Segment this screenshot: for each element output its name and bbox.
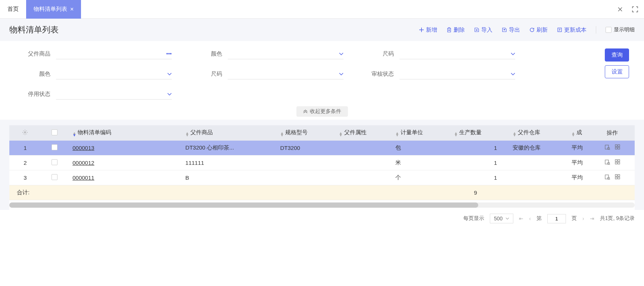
collapse-filters-button[interactable]: 收起更多条件 — [296, 106, 348, 117]
page-prefix: 第 — [536, 215, 542, 222]
color2-select[interactable] — [56, 69, 172, 79]
table-row[interactable]: 3 0000011 B 个 1 平均 — [9, 170, 635, 185]
query-button[interactable]: 查询 — [605, 48, 629, 62]
cell-trunc: 平均 — [567, 141, 589, 155]
audit-status-select[interactable] — [399, 69, 515, 79]
tab-home[interactable]: 首页 — [0, 0, 26, 19]
cell-parent: 111111 — [181, 155, 276, 170]
add-button[interactable]: 新增 — [419, 26, 437, 34]
gear-icon[interactable] — [22, 130, 28, 136]
filter-label-disable: 停用状态 — [15, 91, 56, 98]
more-icon[interactable]: ••• — [166, 51, 172, 57]
settings-column[interactable] — [9, 125, 41, 141]
col-unit[interactable]: ▲▼计量单位 — [391, 125, 449, 141]
pager: 每页显示 500 ⇤ ‹ 第 页 › ⇥ 共1页, 9条记录 — [0, 210, 644, 227]
fullscreen-icon[interactable] — [630, 4, 640, 15]
col-spec[interactable]: ▲▼规格型号 — [276, 125, 335, 141]
page-input[interactable] — [547, 214, 566, 223]
import-button[interactable]: 导入 — [474, 26, 492, 34]
cell-code[interactable]: 0000011 — [68, 170, 181, 185]
tab-bom-list[interactable]: 物料清单列表 × — [26, 0, 81, 19]
size-select[interactable] — [399, 48, 515, 59]
cell-spec: DT3200 — [276, 141, 335, 155]
chevron-down-icon[interactable] — [511, 71, 515, 77]
col-attr[interactable]: ▲▼父件属性 — [335, 125, 391, 141]
chevron-down-icon[interactable] — [339, 71, 343, 77]
cell-code[interactable]: 0000013 — [68, 141, 181, 155]
last-page-button[interactable]: ⇥ — [590, 216, 594, 221]
update-cost-button[interactable]: 更新成本 — [557, 26, 587, 34]
close-all-icon[interactable] — [615, 4, 625, 15]
per-page-select[interactable]: 500 — [490, 214, 513, 223]
col-trunc[interactable]: ▲▼成 — [567, 125, 589, 141]
cell-qty: 1 — [449, 155, 508, 170]
chevron-down-icon[interactable] — [339, 51, 343, 57]
cell-parent: DT3200 心相印茶... — [181, 141, 276, 155]
next-page-button[interactable]: › — [582, 216, 584, 221]
chevron-down-icon[interactable] — [167, 71, 172, 77]
svg-rect-17 — [618, 175, 620, 176]
show-detail-checkbox[interactable]: 显示明细 — [606, 26, 635, 33]
svg-rect-12 — [615, 162, 617, 164]
col-code[interactable]: ▲▼物料清单编码 — [68, 125, 181, 141]
color-select[interactable] — [228, 48, 343, 59]
svg-rect-4 — [615, 145, 617, 147]
view-icon[interactable] — [604, 174, 610, 181]
header-bar: 物料清单列表 新增 删除 导入 导出 刷新 更新成本 显示明细 — [0, 19, 644, 41]
col-parent[interactable]: ▲▼父件商品 — [181, 125, 276, 141]
filter-label-audit: 审核状态 — [358, 70, 399, 78]
row-checkbox[interactable] — [41, 155, 68, 170]
parent-product-input[interactable]: ••• — [56, 48, 172, 59]
col-ops: 操作 — [589, 125, 635, 141]
table-row[interactable]: 2 0000012 111111 米 1 平均 — [9, 155, 635, 170]
row-number: 2 — [9, 155, 41, 170]
view-icon[interactable] — [604, 144, 610, 151]
page-suffix: 页 — [572, 215, 577, 222]
row-checkbox[interactable] — [41, 170, 68, 185]
grid-icon[interactable] — [615, 174, 620, 181]
export-button[interactable]: 导出 — [502, 26, 520, 34]
svg-rect-2 — [605, 145, 609, 149]
chevron-down-icon — [505, 217, 509, 220]
grid-icon[interactable] — [615, 159, 620, 166]
table-row[interactable]: 1 0000013 DT3200 心相印茶... DT3200 包 1 安徽的仓… — [9, 141, 635, 155]
svg-rect-8 — [605, 160, 609, 164]
svg-rect-6 — [615, 147, 617, 149]
total-row: 合计: 9 — [9, 185, 635, 200]
page-summary: 共1页, 9条记录 — [600, 215, 635, 222]
col-warehouse[interactable]: ▲▼父件仓库 — [508, 125, 567, 141]
disable-status-select[interactable] — [56, 89, 172, 100]
select-all-checkbox[interactable] — [41, 125, 68, 141]
horizontal-scrollbar[interactable] — [9, 202, 635, 208]
row-number: 1 — [9, 141, 41, 155]
cell-ops — [589, 141, 635, 155]
prev-page-button[interactable]: ‹ — [529, 216, 531, 221]
svg-rect-10 — [615, 160, 617, 161]
divider — [596, 26, 596, 34]
chevron-down-icon[interactable] — [511, 51, 515, 57]
cell-trunc: 平均 — [567, 170, 589, 185]
cell-code[interactable]: 0000012 — [68, 155, 181, 170]
col-qty[interactable]: ▲▼生产数量 — [449, 125, 508, 141]
chevron-down-icon[interactable] — [167, 91, 172, 97]
table-area: ▲▼物料清单编码 ▲▼父件商品 ▲▼规格型号 ▲▼父件属性 ▲▼计量单位 ▲▼生… — [0, 120, 644, 210]
cell-qty: 1 — [449, 170, 508, 185]
row-checkbox[interactable] — [41, 141, 68, 155]
chevron-double-up-icon — [303, 110, 308, 113]
first-page-button[interactable]: ⇤ — [519, 216, 523, 221]
close-icon[interactable]: × — [70, 6, 74, 13]
refresh-button[interactable]: 刷新 — [529, 26, 548, 34]
delete-button[interactable]: 删除 — [447, 26, 465, 34]
grid-icon[interactable] — [615, 144, 620, 151]
cell-unit: 米 — [391, 155, 449, 170]
size2-select[interactable] — [228, 69, 343, 79]
settings-button[interactable]: 设置 — [605, 65, 629, 78]
filter-label-size2: 尺码 — [187, 70, 228, 78]
view-icon[interactable] — [604, 159, 610, 166]
filter-label-parent: 父件商品 — [15, 50, 56, 57]
svg-rect-5 — [618, 145, 620, 147]
filter-label-color: 颜色 — [187, 50, 228, 57]
cell-attr — [335, 141, 391, 155]
cell-trunc: 平均 — [567, 155, 589, 170]
per-page-label: 每页显示 — [463, 215, 484, 222]
